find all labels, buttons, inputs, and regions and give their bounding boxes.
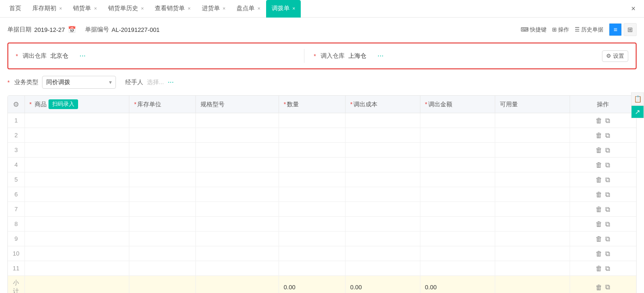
copy-row-icon[interactable]: ⧉	[605, 205, 610, 214]
transfer-in-more-button[interactable]: ···	[377, 52, 383, 60]
scan-input-button[interactable]: 扫码录入	[49, 99, 78, 109]
operator-placeholder[interactable]: 选择...	[147, 78, 164, 86]
product-cell[interactable]	[24, 128, 129, 143]
delete-row-icon[interactable]: 🗑	[595, 264, 602, 272]
copy-row-icon[interactable]: ⧉	[605, 146, 610, 154]
row-number: 4	[8, 158, 24, 172]
transfer-in-value[interactable]: 上海仓	[348, 52, 366, 60]
tab-close-view-sales[interactable]: ×	[188, 6, 190, 11]
business-type-label: 业务类型	[14, 78, 38, 86]
delete-row-icon[interactable]: 🗑	[595, 131, 602, 139]
copy-row-icon[interactable]: ⧉	[605, 220, 610, 228]
copy-row-icon[interactable]: ⧉	[605, 131, 610, 140]
tab-close-inventory-check[interactable]: ×	[257, 6, 260, 11]
delete-row-icon[interactable]: 🗑	[595, 205, 602, 213]
tab-close-transfer-order[interactable]: ×	[292, 6, 295, 11]
transfer-out-more-button[interactable]: ···	[79, 52, 85, 60]
date-label: 单据日期	[7, 25, 31, 34]
subtotal-delete-icon[interactable]: 🗑	[595, 283, 602, 291]
row-number: 5	[8, 172, 24, 187]
amount-cell	[420, 113, 495, 128]
subtotal-label: 小计	[8, 276, 24, 293]
operator-label: 经手人	[125, 78, 143, 86]
tab-close-inventory-init[interactable]: ×	[59, 6, 62, 11]
product-cell[interactable]	[24, 217, 129, 232]
product-cell[interactable]	[24, 158, 129, 172]
delete-row-icon[interactable]: 🗑	[595, 220, 602, 228]
delete-row-icon[interactable]: 🗑	[595, 176, 602, 183]
calendar-icon[interactable]: 📅	[68, 26, 76, 33]
warehouse-selection-box: * 调出仓库 北京仓 ··· * 调入仓库 上海仓 ··· ⚙ 设置	[7, 43, 637, 69]
copy-row-icon[interactable]: ⧉	[605, 116, 610, 125]
history-button[interactable]: ☰ 历史单据	[575, 26, 603, 34]
transfer-in-label: 调入仓库	[321, 52, 345, 60]
product-cell[interactable]	[24, 113, 129, 128]
table-row: 11 🗑⧉	[8, 261, 636, 276]
row-number: 3	[8, 143, 24, 158]
transfer-out-value[interactable]: 北京仓	[50, 52, 68, 60]
subtotal-copy-icon[interactable]: ⧉	[605, 283, 610, 291]
list-view-button[interactable]: ≡	[609, 23, 622, 36]
table-header-row: ⚙ * 商品 扫码录入 *库存单位 规格型号 *数量	[8, 96, 636, 113]
delete-row-icon[interactable]: 🗑	[595, 146, 602, 154]
table-row: 6 🗑⧉	[8, 187, 636, 202]
tab-transfer-order[interactable]: 调拨单 ×	[266, 0, 301, 18]
product-cell[interactable]	[24, 246, 129, 261]
tab-home[interactable]: 首页	[4, 0, 27, 18]
table-row: 5 🗑⧉	[8, 172, 636, 187]
tab-view-sales[interactable]: 查看销货单 ×	[149, 0, 196, 18]
operator-field: 经手人 选择... ···	[125, 78, 174, 86]
quantity-cell	[279, 113, 346, 128]
shortcut-button[interactable]: ⌨ 快捷键	[521, 26, 547, 34]
document-header-row: 单据日期 2019-12-27 📅 单据编号 AL-20191227-001 ⌨…	[7, 23, 637, 36]
available-cell	[495, 113, 570, 128]
th-amount: *调出金额	[420, 96, 495, 113]
grid-view-button[interactable]: ⊞	[624, 23, 637, 36]
notes-toolbar-button[interactable]: 📋	[631, 92, 644, 105]
product-cell[interactable]	[24, 187, 129, 202]
product-cell[interactable]	[24, 232, 129, 246]
th-quantity: *数量	[279, 96, 346, 113]
window-close-button[interactable]: ×	[626, 2, 640, 16]
copy-row-icon[interactable]: ⧉	[605, 235, 610, 243]
copy-row-icon[interactable]: ⧉	[605, 190, 610, 199]
row-number: 2	[8, 128, 24, 143]
tab-inventory-init[interactable]: 库存期初 ×	[27, 0, 67, 18]
operator-more-button[interactable]: ···	[168, 78, 174, 86]
delete-row-icon[interactable]: 🗑	[595, 161, 602, 169]
copy-row-icon[interactable]: ⧉	[605, 264, 610, 273]
table-row: 8 🗑⧉	[8, 217, 636, 232]
product-cell[interactable]	[24, 202, 129, 217]
line-items-table: ⚙ * 商品 扫码录入 *库存单位 规格型号 *数量	[8, 96, 636, 293]
column-settings-icon[interactable]: ⚙	[13, 100, 19, 108]
product-cell[interactable]	[24, 261, 129, 276]
action-cell: 🗑 ⧉	[570, 113, 636, 128]
copy-row-icon[interactable]: ⧉	[605, 176, 610, 184]
business-type-select[interactable]: 同价调拨 ▾	[42, 76, 116, 89]
delete-row-icon[interactable]: 🗑	[595, 235, 602, 243]
tab-close-purchase-order[interactable]: ×	[223, 6, 225, 11]
copy-row-icon[interactable]: ⧉	[605, 161, 610, 169]
settings-button[interactable]: ⚙ 设置	[602, 50, 628, 62]
tab-inventory-check[interactable]: 盘点单 ×	[231, 0, 266, 18]
tab-sales-order[interactable]: 销货单 ×	[67, 0, 102, 18]
tab-sales-history[interactable]: 销货单历史 ×	[103, 0, 149, 18]
subtotal-row: 小计 0.00 0.00 0.00 🗑 ⧉	[8, 276, 636, 293]
delete-row-icon[interactable]: 🗑	[595, 190, 602, 198]
delete-row-icon[interactable]: 🗑	[595, 250, 602, 257]
spec-cell	[196, 128, 279, 143]
expand-toolbar-button[interactable]: ↗	[631, 105, 644, 118]
copy-row-icon[interactable]: ⧉	[605, 250, 610, 258]
product-cell[interactable]	[24, 172, 129, 187]
delete-row-icon[interactable]: 🗑	[595, 116, 602, 124]
date-value[interactable]: 2019-12-27	[34, 26, 65, 33]
operation-button[interactable]: ⊞ 操作	[552, 26, 569, 34]
tab-purchase-order[interactable]: 进货单 ×	[196, 0, 231, 18]
tab-close-sales-history[interactable]: ×	[141, 6, 144, 11]
cost-cell	[345, 128, 420, 143]
unit-cell	[129, 128, 196, 143]
tab-close-sales-order[interactable]: ×	[94, 6, 97, 11]
transfer-in-required-star: *	[314, 53, 316, 60]
doc-number-value: AL-20191227-001	[112, 26, 160, 33]
product-cell[interactable]	[24, 143, 129, 158]
